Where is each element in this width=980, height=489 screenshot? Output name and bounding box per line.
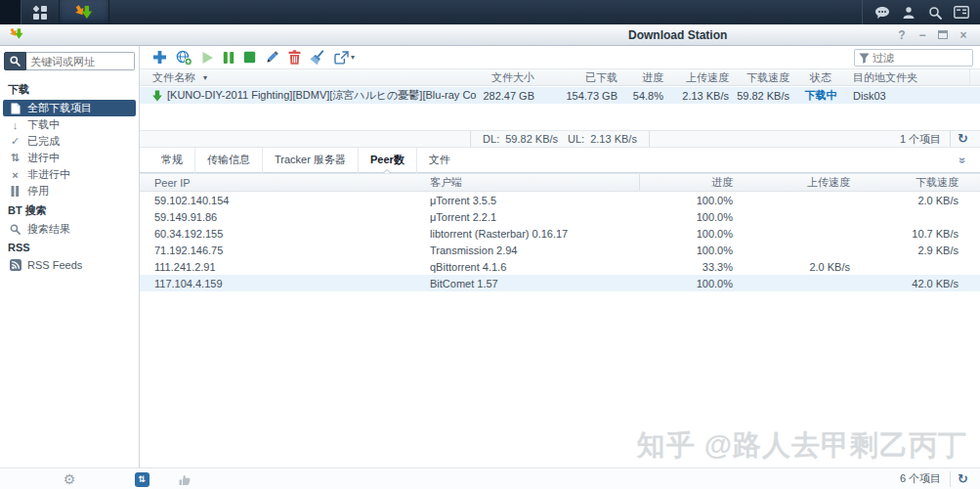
add-from-url-button[interactable] — [176, 49, 192, 67]
column-header-peer-up-speed[interactable]: 上传速度 — [733, 175, 850, 190]
refresh-button[interactable]: ↻ — [950, 131, 975, 147]
peer-row[interactable]: 60.34.192.155 libtorrent (Rasterbar) 0.1… — [140, 225, 980, 242]
sidebar-search-input[interactable] — [26, 52, 135, 70]
user-menu-button[interactable] — [895, 0, 921, 24]
maximize-icon — [938, 30, 948, 39]
resume-button[interactable] — [201, 49, 214, 67]
close-button[interactable]: × — [957, 27, 970, 43]
download-status: 下载中 — [793, 88, 848, 103]
peer-table-body: 59.102.140.154 μTorrent 3.5.5 100.0% 2.0… — [140, 192, 980, 291]
taskbar-app-download-station[interactable] — [59, 0, 109, 24]
tab-files[interactable]: 文件 — [416, 148, 462, 173]
bottom-strip: ⚙ ⇅ 6 个项目 ↻ — [0, 467, 980, 489]
filter-input[interactable] — [873, 52, 968, 64]
minimize-button[interactable]: − — [916, 27, 929, 43]
sidebar-item-completed[interactable]: ✓ 已完成 — [3, 133, 136, 150]
sidebar-item-label: 进行中 — [27, 151, 60, 165]
column-header-peer-ip[interactable]: Peer IP — [140, 177, 430, 189]
sidebar-item-search-results[interactable]: 搜索结果 — [3, 221, 136, 238]
stop-button[interactable] — [243, 49, 256, 67]
settings-dock-button[interactable]: ⚙ — [61, 470, 78, 488]
tab-peers[interactable]: Peer数 — [358, 148, 416, 173]
peer-row[interactable]: 59.149.91.86 μTorrent 2.2.1 100.0% — [140, 208, 980, 225]
main-menu-button[interactable] — [21, 0, 59, 24]
peer-row-highlighted[interactable]: 117.104.4.159 BitComet 1.57 100.0% 42.0 … — [140, 275, 980, 291]
up-down-arrows-icon: ⇅ — [8, 152, 22, 164]
peer-refresh-button[interactable]: ↻ — [950, 471, 975, 487]
tab-transfer-info[interactable]: 传输信息 — [194, 148, 262, 173]
sidebar-search-button[interactable] — [4, 52, 26, 70]
sidebar-item-label: 搜索结果 — [27, 222, 70, 237]
clear-completed-button[interactable] — [310, 49, 325, 67]
column-header-progress[interactable]: 进度 — [625, 70, 666, 85]
help-button[interactable]: ? — [895, 27, 909, 43]
chat-bubble-icon — [874, 6, 890, 20]
notifications-button[interactable] — [869, 0, 895, 24]
column-header-up-speed[interactable]: 上传速度 — [666, 70, 733, 85]
ul-label: UL: — [568, 133, 584, 145]
pause-icon — [8, 186, 22, 197]
peer-progress: 33.3% — [640, 261, 733, 273]
peer-row[interactable]: 59.102.140.154 μTorrent 3.5.5 100.0% 2.0… — [140, 192, 980, 208]
peer-progress: 100.0% — [640, 228, 733, 240]
sidebar-item-rss-feeds[interactable]: RSS Feeds — [3, 256, 136, 273]
column-header-peer-progress[interactable]: 进度 — [640, 175, 733, 190]
pinned-app-button[interactable] — [176, 470, 193, 488]
edit-button[interactable] — [265, 49, 279, 67]
sidebar-item-label: 非进行中 — [27, 167, 70, 182]
peer-ip: 111.241.2.91 — [140, 261, 430, 273]
stop-icon — [243, 51, 256, 64]
tab-tracker-servers[interactable]: Tracker 服务器 — [262, 148, 358, 173]
peer-row[interactable]: 71.192.146.75 Transmission 2.94 100.0% 2… — [140, 242, 980, 258]
sidebar-item-inactive[interactable]: × 非进行中 — [3, 166, 136, 183]
sidebar-item-label: 停用 — [27, 184, 49, 199]
share-button[interactable]: ▾ — [334, 49, 355, 67]
sidebar-item-all-downloads[interactable]: 全部下载项目 — [3, 100, 136, 116]
delete-button[interactable] — [288, 49, 301, 67]
sidebar-item-stopped[interactable]: 停用 — [3, 183, 136, 200]
downloads-table-header: 文件名称 ▾ 文件大小 已下载 进度 上传速度 下载速度 状态 目的地文件夹 — [140, 68, 980, 86]
transfer-dock-button[interactable]: ⇅ — [133, 470, 150, 488]
tab-general[interactable]: 常规 — [149, 148, 194, 173]
sidebar-item-downloading[interactable]: ↓ 下载中 — [3, 116, 136, 133]
column-header-size[interactable]: 文件大小 — [477, 70, 542, 85]
sidebar-item-active[interactable]: ⇅ 进行中 — [3, 150, 136, 166]
sidebar-item-label: 全部下载项目 — [27, 101, 92, 115]
peer-progress: 100.0% — [640, 244, 733, 256]
filter-funnel-icon — [859, 53, 870, 64]
peer-progress: 100.0% — [640, 211, 733, 223]
maximize-button[interactable] — [936, 27, 950, 43]
pause-button[interactable] — [223, 49, 234, 67]
column-header-name[interactable]: 文件名称 ▾ — [140, 70, 477, 85]
hand-icon — [178, 472, 192, 486]
pause-icon — [223, 51, 234, 65]
sidebar-item-label: 已完成 — [27, 134, 60, 149]
add-task-button[interactable] — [152, 49, 167, 67]
show-desktop-button[interactable] — [0, 0, 21, 24]
global-search-button[interactable] — [921, 0, 948, 24]
column-header-status[interactable]: 状态 — [793, 70, 848, 85]
sidebar-search — [4, 52, 135, 70]
section-header-rss: RSS — [0, 238, 139, 256]
widgets-button[interactable] — [948, 0, 974, 24]
column-header-destination[interactable]: 目的地文件夹 — [848, 70, 969, 85]
peer-row[interactable]: 111.241.2.91 qBittorrent 4.1.6 33.3% 2.0… — [140, 258, 980, 275]
sidebar: 下载 全部下载项目 ↓ 下载中 ✓ 已完成 ⇅ 进行中 × 非进行中 停用 — [0, 46, 140, 467]
download-downloaded: 154.73 GB — [542, 90, 625, 102]
peer-client: BitComet 1.57 — [430, 278, 640, 289]
download-row-selected[interactable]: [KUNO-DIY-2011 Fighting][BDMV][涼宮ハルヒの憂鬱]… — [140, 87, 980, 104]
column-header-client[interactable]: 客户端 — [430, 174, 640, 191]
toolbar: ▾ — [140, 46, 980, 68]
column-header-down-speed[interactable]: 下载速度 — [733, 70, 793, 85]
collapse-panel-button[interactable]: » — [959, 154, 980, 167]
gear-icon: ⚙ — [64, 471, 76, 487]
window-titlebar: Download Station ? − × — [0, 24, 980, 46]
dl-value: 59.82 KB/s — [505, 133, 558, 145]
download-station-icon — [75, 5, 94, 20]
peer-ip: 59.149.91.86 — [140, 211, 430, 223]
column-header-downloaded[interactable]: 已下载 — [542, 70, 625, 85]
column-header-peer-down-speed[interactable]: 下载速度 — [850, 175, 980, 190]
search-icon — [928, 6, 942, 20]
up-down-arrows-icon: ⇅ — [135, 472, 149, 487]
globe-plus-icon — [176, 50, 192, 66]
